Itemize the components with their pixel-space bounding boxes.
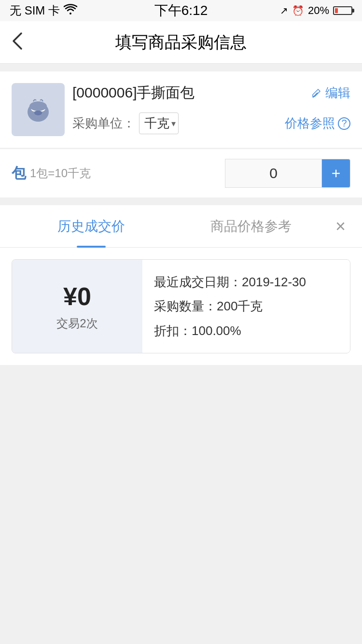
price-card: ¥0 交易2次 最近成交日期：2019-12-30 采购数量：200千克 折扣：… (12, 259, 350, 353)
quantity-input[interactable]: 0 (225, 159, 321, 188)
price-amount: ¥0 (63, 282, 91, 311)
svg-point-5 (29, 101, 47, 111)
qty-label: 包 1包=10千克 (12, 164, 225, 183)
qty-controls: 0 + (225, 159, 350, 188)
product-unit-row: 采购单位： 千克 价格参照 ? (72, 112, 350, 134)
recent-date-row: 最近成交日期：2019-12-30 (154, 273, 338, 291)
tab-product-price-ref[interactable]: 商品价格参考 (171, 205, 330, 248)
tab-product-price-ref-label: 商品价格参考 (210, 217, 292, 236)
carrier-text: 无 SIM 卡 (10, 3, 60, 18)
page-background (0, 365, 362, 644)
wifi-icon (64, 4, 77, 17)
price-ref-button[interactable]: 价格参照 ? (285, 115, 350, 132)
tab-history-price[interactable]: 历史成交价 (12, 205, 171, 248)
unit-label: 采购单位： 千克 (72, 112, 179, 134)
battery-percent: 20% (308, 4, 329, 17)
help-icon: ? (338, 117, 350, 130)
unit-select[interactable]: 千克 (139, 112, 179, 134)
product-info: [0000006]手撕面包 编辑 采购单位： 千克 价格参照 ? (72, 83, 350, 134)
page-title: 填写商品采购信息 (115, 31, 247, 54)
battery-icon (333, 6, 352, 15)
quantity-row: 采购数量：200千克 (154, 297, 338, 315)
location-icon: ↗ (280, 5, 288, 16)
product-card: [0000006]手撕面包 编辑 采购单位： 千克 价格参照 ? (0, 71, 362, 148)
tabs-section: 历史成交价 商品价格参考 × ¥0 交易2次 最近成交日期：2019-12-30… (0, 205, 362, 365)
product-thumbnail (12, 83, 65, 136)
product-name: [0000006]手撕面包 (72, 83, 195, 103)
tab-active-indicator (77, 246, 106, 248)
svg-point-6 (34, 111, 42, 115)
battery-fill (335, 8, 338, 13)
svg-rect-7 (312, 92, 318, 98)
back-button[interactable] (12, 31, 23, 54)
discount-row: 折扣：100.00% (154, 322, 338, 339)
alarm-icon: ⏰ (292, 5, 304, 16)
tab-close-button[interactable]: × (331, 218, 350, 235)
status-left: 无 SIM 卡 (10, 3, 77, 18)
status-right: ↗ ⏰ 20% (280, 4, 352, 17)
price-details-right: 最近成交日期：2019-12-30 采购数量：200千克 折扣：100.00% (142, 260, 350, 353)
tab-history-price-label: 历史成交价 (57, 217, 125, 236)
tabs-header: 历史成交价 商品价格参考 × (0, 205, 362, 248)
price-transactions: 交易2次 (56, 316, 97, 331)
price-content: ¥0 交易2次 最近成交日期：2019-12-30 采购数量：200千克 折扣：… (0, 248, 362, 365)
qty-plus-button[interactable]: + (321, 159, 350, 188)
pack-ratio-label: 1包=10千克 (30, 166, 91, 181)
price-summary-left: ¥0 交易2次 (12, 260, 142, 353)
edit-button[interactable]: 编辑 (311, 84, 350, 101)
unit-select-wrapper[interactable]: 千克 (139, 112, 179, 134)
nav-bar: 填写商品采购信息 (0, 21, 362, 64)
product-header: [0000006]手撕面包 编辑 (72, 83, 350, 103)
unit-pack-icon: 包 (12, 164, 26, 183)
quantity-section: 包 1包=10千克 0 + (0, 149, 362, 197)
status-bar: 无 SIM 卡 下午6:12 ↗ ⏰ 20% (0, 0, 362, 21)
status-time: 下午6:12 (154, 1, 208, 20)
